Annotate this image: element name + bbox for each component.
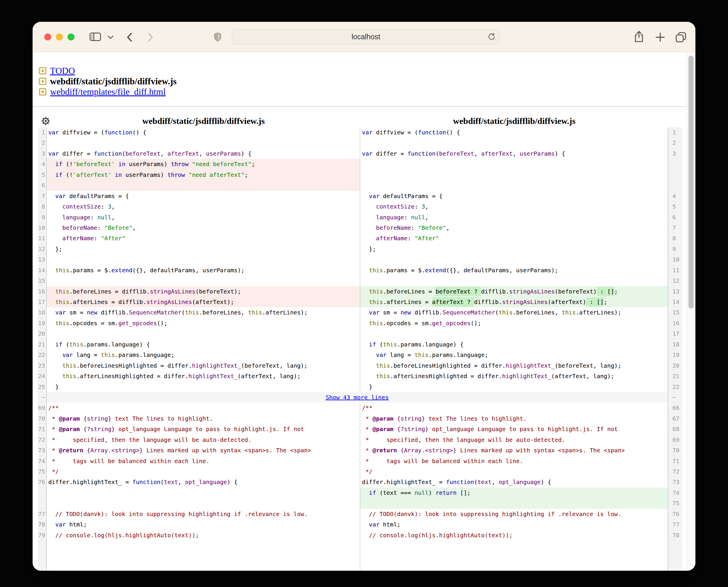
- code-line-right: var html;: [360, 519, 668, 530]
- code-line-left: // console.log(hljs.highlightAuto(text))…: [47, 530, 360, 540]
- line-number-right: 77: [668, 519, 682, 530]
- minimize-window-button[interactable]: [56, 33, 63, 41]
- line-number-right: 71: [668, 456, 682, 466]
- code-line-left: [47, 328, 360, 339]
- left-margin: [32, 159, 38, 169]
- code-line-left: this.params = $.extend({}, defaultParams…: [47, 265, 360, 276]
- tabs-overview-icon[interactable]: [675, 32, 687, 43]
- diff-row: 1310: [32, 254, 696, 265]
- left-margin: [32, 254, 38, 265]
- code-line-right: [360, 276, 668, 286]
- code-line-right: this.beforeLines = beforeText ? difflib.…: [360, 286, 668, 297]
- code-line-left: differ.highlightText_ = function(text, o…: [47, 477, 360, 487]
- line-number-right: 1: [668, 127, 682, 138]
- diff-row: 10 beforeName: "Before", beforeName: "Be…: [32, 222, 696, 233]
- code-line-right: * specified, then the language will be a…: [360, 435, 668, 445]
- line-number-right: 5: [668, 201, 682, 212]
- show-more-link[interactable]: Show 43 more lines: [325, 394, 389, 401]
- line-number-right: 69: [668, 435, 682, 445]
- line-number-left: [38, 488, 47, 498]
- diff-row: 2017: [32, 328, 696, 339]
- forward-icon[interactable]: [146, 32, 154, 42]
- code-line-left: var diffview = (function() {: [47, 127, 360, 138]
- code-line-right: * tags will be balanced within each line…: [360, 456, 668, 466]
- code-line-right: [360, 159, 668, 169]
- line-number-right: 21: [668, 371, 682, 381]
- code-line-left: this.opcodes = sm.get_opcodes();: [47, 318, 360, 328]
- diff-row: 16 this.beforeLines = difflib.stringAsLi…: [32, 286, 696, 297]
- line-number-right: 12: [668, 276, 682, 286]
- line-number-right: 13: [668, 286, 682, 297]
- line-number-right: 7: [668, 222, 682, 233]
- diff-row: 9 language: null, language: null,6: [32, 212, 696, 222]
- code-line-right: afterName: "After": [360, 233, 668, 243]
- line-number-right: 11: [668, 265, 682, 276]
- line-number-left: 76: [38, 477, 47, 487]
- diff-row: 7 var defaultParams = { var defaultParam…: [32, 191, 696, 201]
- scrollbar-thumb[interactable]: [688, 55, 694, 309]
- file-modified-icon: [39, 78, 46, 85]
- diff-row: 70 * @param {string} text The lines to h…: [32, 413, 696, 424]
- line-number-left: 7: [38, 191, 47, 201]
- left-margin: [32, 201, 38, 212]
- line-number-right: 9: [668, 244, 682, 254]
- left-margin: [32, 318, 38, 328]
- diff-row: 19 this.opcodes = sm.get_opcodes(); this…: [32, 318, 696, 328]
- code-line-left: * specified, then the language will be a…: [47, 435, 360, 445]
- gutter-ellipsis: ⋯: [38, 392, 47, 403]
- line-number-right: 66: [668, 403, 682, 413]
- code-line-right: this.afterLinesHighlighted = differ.high…: [360, 371, 668, 381]
- close-window-button[interactable]: [44, 33, 51, 41]
- sidebar-toggle-icon[interactable]: [90, 32, 101, 41]
- left-margin: [32, 138, 38, 148]
- share-icon[interactable]: [634, 30, 644, 43]
- file-modified-icon: [39, 67, 46, 74]
- code-line-left: var defaultParams = {: [47, 191, 360, 201]
- diff-row: 4 if (!'beforeText' in userParams) throw…: [32, 159, 696, 169]
- code-line-right: }: [360, 382, 668, 392]
- scrollbar-track[interactable]: [687, 52, 696, 571]
- diff-row: 14 this.params = $.extend({}, defaultPar…: [32, 265, 696, 276]
- code-line-right: differ.highlightText_ = function(text, o…: [360, 477, 668, 487]
- left-margin: [32, 435, 38, 445]
- line-number-right: 67: [668, 413, 682, 424]
- shield-icon[interactable]: [214, 32, 222, 42]
- diff-row: 5 if (!'afterText' in userParams) throw …: [32, 170, 696, 180]
- diff-row: 17 this.afterLines = difflib.stringAsLin…: [32, 297, 696, 307]
- diff-row: 78 var html; var html;77: [32, 519, 696, 530]
- line-number-right: [668, 180, 682, 190]
- diff-table-tail: [32, 540, 696, 571]
- line-number-right: 22: [668, 382, 682, 392]
- left-margin: [32, 530, 38, 540]
- file-link[interactable]: TODO: [50, 66, 75, 76]
- left-margin: [32, 191, 38, 201]
- diff-row: 1512: [32, 276, 696, 286]
- left-margin: [32, 286, 38, 297]
- code-line-left: [47, 488, 360, 498]
- chevron-down-icon[interactable]: [107, 35, 114, 39]
- code-line-right: [360, 180, 668, 190]
- reload-icon[interactable]: [488, 33, 496, 41]
- code-line-left: var lang = this.params.language;: [47, 350, 360, 360]
- code-line-right: };: [360, 244, 668, 254]
- line-number-left: 79: [38, 530, 47, 540]
- left-margin: [32, 276, 38, 286]
- new-tab-icon[interactable]: [655, 32, 665, 42]
- diff-row: 23 this.beforeLinesHighlighted = differ.…: [32, 360, 696, 371]
- line-number-left: 73: [38, 445, 47, 455]
- code-line-left: language: null,: [47, 212, 360, 222]
- code-line-left: /**: [47, 403, 360, 413]
- code-line-right: this.params = $.extend({}, defaultParams…: [360, 265, 668, 276]
- sidebar-dot-icon: [91, 37, 93, 38]
- line-number-left: 1: [38, 127, 47, 138]
- url-bar[interactable]: localhost: [232, 29, 500, 45]
- code-line-right: [360, 328, 668, 339]
- zoom-window-button[interactable]: [68, 33, 74, 41]
- back-icon[interactable]: [126, 32, 133, 42]
- file-link[interactable]: webdiff/templates/file_diff.html: [50, 87, 165, 97]
- expander-band: Show 43 more lines: [47, 392, 668, 403]
- diff-row: 22 var lang = this.params.language; var …: [32, 350, 696, 360]
- browser-window: localhost TODOwebdiff/st: [32, 22, 696, 571]
- diff-row: 6: [32, 180, 696, 190]
- file-modified-icon: [39, 88, 46, 95]
